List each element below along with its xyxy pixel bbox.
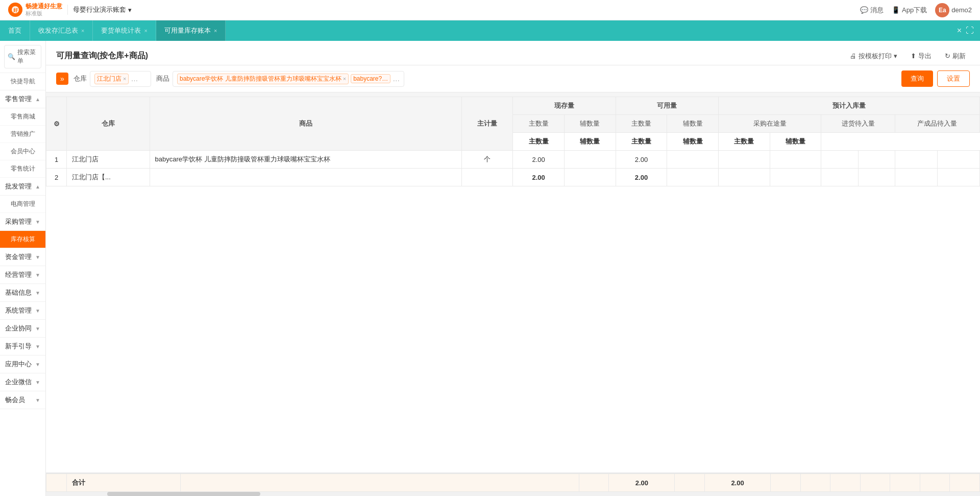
refresh-icon: ↻ bbox=[945, 52, 950, 60]
fullscreen-icon[interactable]: ⛶ bbox=[966, 26, 974, 35]
sidebar-group-newbie[interactable]: 新手引导 ▼ bbox=[0, 338, 45, 356]
sidebar-group-appstore[interactable]: 应用中心 ▼ bbox=[0, 356, 45, 373]
logo-area: 好 畅捷通好生意 标准版 bbox=[8, 3, 62, 17]
changyuanmember-label: 畅会员 bbox=[5, 395, 25, 405]
warehouse-more[interactable]: … bbox=[131, 75, 138, 83]
row1-unit: 个 bbox=[461, 151, 513, 169]
table-wrapper: ⚙ 仓库 商品 主计量 现存量 可用量 预计入库量 主数量 辅数量 主数量 bbox=[46, 97, 980, 496]
query-button[interactable]: 查询 bbox=[901, 70, 933, 87]
sidebar-item-retail-mall[interactable]: 零售商城 bbox=[0, 108, 45, 126]
expand-icon: » bbox=[60, 75, 64, 83]
col-unit: 主计量 bbox=[461, 97, 513, 151]
sidebar-section: 零售管理 ▲ 零售商城 营销推广 会员中心 零售统计 批发管理 ▲ 电商管理 采… bbox=[0, 90, 45, 409]
app-download-button[interactable]: 📱 App下载 bbox=[892, 6, 927, 15]
enterprise-expand-icon: ▼ bbox=[35, 326, 40, 332]
col-purchase-incoming: 进货待入量 bbox=[821, 115, 895, 133]
warehouse-tag-remove[interactable]: × bbox=[123, 76, 126, 82]
sidebar-item-marketing[interactable]: 营销推广 bbox=[0, 126, 45, 143]
sidebar-group-wecom[interactable]: 企业微信 ▼ bbox=[0, 373, 45, 391]
sidebar-item-member[interactable]: 会员中心 bbox=[0, 143, 45, 160]
sidebar-group-purchase[interactable]: 采购管理 ▼ bbox=[0, 213, 45, 231]
sidebar-item-inventory[interactable]: 库存核算 bbox=[0, 231, 45, 248]
search-menu-label: 搜索菜单 bbox=[17, 48, 38, 65]
row2-index: 2 bbox=[46, 169, 67, 186]
data-table: ⚙ 仓库 商品 主计量 现存量 可用量 预计入库量 主数量 辅数量 主数量 bbox=[46, 97, 980, 186]
row2-unit bbox=[461, 169, 513, 186]
page-header: 可用量查询(按仓库+商品) 🖨 按模板打印 ▾ ⬆ 导出 ↻ 刷新 bbox=[46, 41, 980, 65]
row2-pt-main bbox=[719, 169, 770, 186]
message-button[interactable]: 💬 消息 bbox=[860, 6, 884, 15]
wholesale-label: 批发管理 bbox=[5, 182, 32, 191]
newbie-expand-icon: ▼ bbox=[35, 344, 40, 349]
footer-stock-aux bbox=[675, 474, 705, 492]
tab-home[interactable]: 首页 bbox=[0, 20, 30, 41]
col-group-stock: 现存量 bbox=[513, 97, 616, 115]
warehouse-input[interactable]: 江北门店 × … bbox=[90, 71, 151, 87]
sidebar-group-basic[interactable]: 基础信息 ▼ bbox=[0, 284, 45, 302]
export-icon: ⬆ bbox=[911, 52, 916, 60]
refresh-label: 刷新 bbox=[952, 52, 966, 61]
tab-available-stock[interactable]: 可用量库存账本 × bbox=[156, 20, 226, 41]
print-template-button[interactable]: 🖨 按模板打印 ▾ bbox=[846, 50, 901, 63]
main-layout: 🔍 搜索菜单 快捷导航 零售管理 ▲ 零售商城 营销推广 会员中心 零售统计 批… bbox=[0, 41, 980, 496]
sidebar-group-operations[interactable]: 经营管理 ▼ bbox=[0, 266, 45, 284]
row1-product: babycare学饮杯 儿童防摔防撞吸管杯重力球吸嘴杯宝宝水杯 bbox=[150, 151, 461, 169]
close-tab-available-stock[interactable]: × bbox=[214, 28, 217, 34]
row2-avail-main: 2.00 bbox=[616, 169, 667, 186]
col-warehouse: 仓库 bbox=[67, 97, 150, 151]
footer-empty1 bbox=[46, 474, 67, 492]
sidebar-group-enterprise[interactable]: 企业协同 ▼ bbox=[0, 320, 45, 338]
close-tab-order-summary[interactable]: × bbox=[144, 28, 147, 34]
scrollbar-thumb[interactable] bbox=[107, 492, 260, 496]
nav-tabs: 首页 收发存汇总表 × 要货单统计表 × 可用量库存账本 × × ⛶ bbox=[0, 20, 980, 41]
filter-expand-button[interactable]: » bbox=[56, 73, 68, 85]
product-tag-2: babycare?… bbox=[351, 74, 390, 83]
sidebar: 🔍 搜索菜单 快捷导航 零售管理 ▲ 零售商城 营销推广 会员中心 零售统计 批… bbox=[0, 41, 46, 496]
sidebar-group-retail[interactable]: 零售管理 ▲ bbox=[0, 90, 45, 108]
quick-nav-button[interactable]: 快捷导航 bbox=[0, 73, 45, 90]
basic-label: 基础信息 bbox=[5, 288, 32, 297]
close-all-tabs[interactable]: × bbox=[957, 26, 962, 35]
product-input[interactable]: babycare学饮杯 儿童防摔防撞吸管杯重力球吸嘴杯宝宝水杯 × babyca… bbox=[173, 71, 404, 87]
user-profile[interactable]: Ea demo2 bbox=[935, 3, 972, 17]
row2-avail-aux bbox=[667, 169, 719, 186]
sidebar-item-ecommerce[interactable]: 电商管理 bbox=[0, 196, 45, 213]
search-menu-button[interactable]: 🔍 搜索菜单 bbox=[4, 45, 41, 68]
warehouse-label: 仓库 bbox=[74, 74, 87, 83]
sidebar-group-finance[interactable]: 资金管理 ▼ bbox=[0, 248, 45, 266]
product-more[interactable]: … bbox=[393, 75, 400, 83]
table-container[interactable]: ⚙ 仓库 商品 主计量 现存量 可用量 预计入库量 主数量 辅数量 主数量 bbox=[46, 97, 980, 473]
col-avail-main: 主数量 bbox=[616, 115, 667, 133]
product-tag-2-text: babycare?… bbox=[353, 75, 388, 82]
footer-row: 合计 2.00 2.00 bbox=[46, 474, 980, 492]
settings-button[interactable]: 设置 bbox=[937, 70, 970, 87]
content-area: 可用量查询(按仓库+商品) 🖨 按模板打印 ▾ ⬆ 导出 ↻ 刷新 bbox=[46, 41, 980, 496]
footer-stock-main: 2.00 bbox=[609, 474, 675, 492]
purchase-expand-icon: ▼ bbox=[35, 219, 40, 225]
row1-warehouse: 江北门店 bbox=[67, 151, 150, 169]
footer-prod-aux bbox=[950, 474, 980, 492]
col-stock-aux: 辅数量 bbox=[564, 115, 616, 133]
filter-bar: » 仓库 江北门店 × … 商品 babycare学饮杯 儿童防摔防撞吸管杯重力… bbox=[46, 65, 980, 92]
sidebar-group-changyuanmember[interactable]: 畅会员 ▼ bbox=[0, 391, 45, 409]
sidebar-search-area: 🔍 搜索菜单 bbox=[0, 41, 45, 73]
print-chevron: ▾ bbox=[894, 52, 897, 60]
footer-avail-aux bbox=[771, 474, 801, 492]
tab-receive-summary[interactable]: 收发存汇总表 × bbox=[30, 20, 93, 41]
product-tag-1-remove[interactable]: × bbox=[343, 76, 346, 82]
row1-stock-aux bbox=[564, 151, 616, 169]
top-bar: 好 畅捷通好生意 标准版 母婴行业演示账套 ▾ 💬 消息 📱 App下载 Ea … bbox=[0, 0, 980, 20]
logo-sub: 标准版 bbox=[26, 10, 62, 17]
close-tab-receive-summary[interactable]: × bbox=[81, 28, 84, 34]
sidebar-group-system[interactable]: 系统管理 ▼ bbox=[0, 302, 45, 320]
footer-pi-main bbox=[860, 474, 890, 492]
tenant-selector[interactable]: 母婴行业演示账套 ▾ bbox=[73, 5, 132, 14]
export-button[interactable]: ⬆ 导出 bbox=[906, 50, 936, 63]
sidebar-item-retail-stats[interactable]: 零售统计 bbox=[0, 160, 45, 178]
col-prod-aux: 辅数量 bbox=[770, 133, 821, 151]
divider bbox=[67, 5, 68, 15]
sidebar-group-wholesale[interactable]: 批发管理 ▲ bbox=[0, 178, 45, 196]
refresh-button[interactable]: ↻ 刷新 bbox=[941, 50, 970, 63]
tab-order-summary[interactable]: 要货单统计表 × bbox=[93, 20, 156, 41]
col-prod-main: 主数量 bbox=[719, 133, 770, 151]
